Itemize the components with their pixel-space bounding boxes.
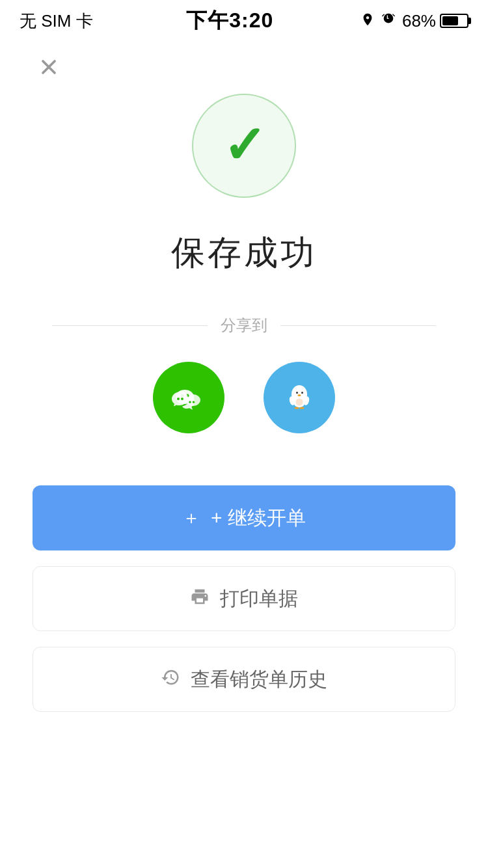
alarm-icon [381,11,396,31]
battery-percent: 68% [402,11,436,31]
continue-order-button[interactable]: ＋ + 继续开单 [33,485,455,550]
checkmark-icon: ✓ [223,120,266,172]
plus-icon: ＋ [182,506,200,530]
status-time: 下午3:20 [186,7,273,35]
share-label: 分享到 [208,315,280,336]
divider-line-left [52,325,208,326]
history-label: 查看销货单历史 [191,666,327,693]
actions-section: ＋ + 继续开单 打印单据 查看销货单历史 [0,485,488,712]
print-button[interactable]: 打印单据 [33,566,455,631]
success-title: 保存成功 [171,230,317,276]
print-icon [190,587,210,611]
status-bar: 无 SIM 卡 下午3:20 68% [0,0,488,42]
svg-point-7 [181,398,183,400]
success-icon-circle: ✓ [192,94,296,198]
status-left: 无 SIM 卡 [20,10,100,33]
print-label: 打印单据 [220,586,298,612]
share-divider: 分享到 [0,315,488,336]
qq-share-button[interactable] [264,362,335,433]
continue-label: + 继续开单 [211,505,306,532]
battery-indicator: 68% [402,11,468,31]
battery-icon [440,14,468,28]
svg-point-9 [193,401,195,403]
wechat-share-button[interactable] [153,362,224,433]
divider-line-right [280,325,436,326]
location-icon [360,11,375,31]
svg-point-22 [296,399,303,406]
svg-point-15 [301,392,303,394]
carrier-label: 无 SIM 卡 [20,10,93,33]
svg-point-14 [296,392,298,394]
svg-point-16 [298,394,301,396]
svg-point-21 [300,407,305,409]
main-content: ✓ 保存成功 分享到 [0,42,488,712]
svg-point-6 [177,398,180,400]
close-button[interactable] [33,51,65,83]
svg-point-8 [189,401,191,403]
status-right: 68% [360,11,468,31]
history-icon [161,668,180,692]
svg-point-20 [295,407,299,409]
history-button[interactable]: 查看销货单历史 [33,647,455,712]
share-row [153,362,335,433]
